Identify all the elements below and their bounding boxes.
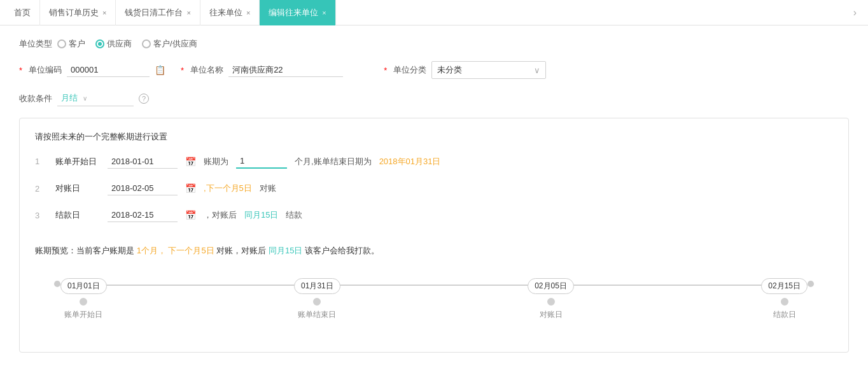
unit-name-label: 单位名称	[190, 64, 223, 76]
unit-type-radio-group: 客户 供应商 客户/供应商	[57, 38, 197, 50]
timeline-wrapper: 01月01日 账单开始日 01月31日 账单结束日 02月05日 对账	[35, 272, 833, 339]
radio-customer-supplier[interactable]: 客户/供应商	[142, 38, 197, 50]
tabs-bar: 首页 销售订单历史 × 钱货日清工作台 × 往来单位 × 编辑往来单位 × ›	[0, 0, 868, 25]
payment-value: 月结	[61, 92, 78, 104]
row-2-label: 对账日	[55, 183, 100, 194]
setting-row-2: 2 对账日 📅 ,下一个月5日 对账	[35, 181, 833, 195]
period-input[interactable]	[236, 154, 287, 169]
unit-code-required: *	[19, 66, 22, 75]
tab-cash-workbench[interactable]: 钱货日清工作台 ×	[116, 0, 200, 25]
unit-category-value: 未分类	[437, 64, 462, 76]
timeline-dot-1	[80, 298, 87, 306]
tab-edit-partner[interactable]: 编辑往来单位 ×	[260, 0, 335, 25]
unit-category-field: * 单位分类 未分类 ∨	[384, 61, 546, 79]
radio-customer-label: 客户	[69, 38, 85, 50]
row-2-num: 2	[35, 184, 48, 194]
row-3-payment-text: 结款	[286, 209, 302, 221]
tab-cash-workbench-label: 钱货日清工作台	[125, 7, 183, 18]
timeline-point-3: 02月05日 对账日	[528, 278, 574, 320]
timeline-label-3: 对账日	[540, 309, 563, 320]
row-3-after-text: ，对账后	[204, 209, 237, 221]
payment-select[interactable]: 月结 ∨	[57, 90, 134, 106]
setting-row-3: 3 结款日 📅 ，对账后 同月15日 结款	[35, 208, 833, 222]
unit-name-input[interactable]	[228, 63, 343, 77]
tab-home-label: 首页	[14, 7, 31, 18]
radio-customer-supplier-label: 客户/供应商	[153, 38, 197, 50]
page-content: 单位类型 客户 供应商 客户/供应商 * 单位编码	[0, 25, 868, 387]
payment-help-icon[interactable]: ?	[139, 94, 149, 104]
unit-name-field: * 单位名称	[181, 63, 343, 77]
start-date-input[interactable]	[108, 155, 178, 169]
radio-customer-supplier-circle	[142, 39, 151, 48]
payment-row: 收款条件 月结 ∨ ?	[19, 90, 849, 106]
tab-edit-partner-label: 编辑往来单位	[269, 7, 318, 18]
tab-sales-history[interactable]: 销售订单历史 ×	[40, 0, 116, 25]
radio-supplier-label: 供应商	[107, 38, 132, 50]
unit-category-required: *	[384, 66, 387, 75]
payment-label: 收款条件	[19, 93, 52, 104]
timeline-label-1: 账单开始日	[64, 309, 102, 320]
tab-edit-partner-close[interactable]: ×	[322, 9, 326, 17]
payment-field: 收款条件 月结 ∨ ?	[19, 90, 149, 106]
tab-sales-history-label: 销售订单历史	[49, 7, 99, 18]
row-3-same-month-highlight: 同月15日	[244, 209, 278, 221]
timeline-label-4: 结款日	[773, 309, 796, 320]
unit-category-select[interactable]: 未分类 ∨	[431, 61, 546, 79]
row-1-period-suffix: 个月,账单结束日期为	[295, 156, 372, 167]
preview-reconcile-highlight: 下一个月5日	[168, 246, 214, 255]
timeline-label-2: 账单结束日	[298, 309, 336, 320]
unit-type-row: 单位类型 客户 供应商 客户/供应商	[19, 38, 849, 50]
row-2-next-month-highlight: ,下一个月5日	[204, 183, 252, 194]
unit-category-label: 单位分类	[393, 64, 426, 76]
timeline-date-4: 02月15日	[761, 278, 808, 294]
row-2-reconcile-text: 对账	[260, 183, 276, 194]
unit-info-row: * 单位编码 📋 * 单位名称 * 单位分类 未分类 ∨	[19, 61, 849, 79]
row-3-num: 3	[35, 211, 48, 220]
preview-payment-highlight: 同月15日	[269, 246, 302, 255]
unit-code-input[interactable]	[67, 63, 150, 77]
timeline-dot-2	[313, 298, 321, 306]
timeline-dot-4	[781, 298, 788, 306]
preview-suffix: 该客户会给我打款。	[305, 246, 379, 255]
tab-partners-close[interactable]: ×	[246, 9, 250, 17]
unit-name-required: *	[181, 66, 184, 75]
radio-customer[interactable]: 客户	[57, 38, 85, 50]
preview-reconcile-text: 对账，对账后	[216, 246, 266, 255]
payment-date-input[interactable]	[108, 208, 178, 222]
radio-supplier[interactable]: 供应商	[95, 38, 132, 50]
unit-code-field: * 单位编码 📋	[19, 63, 165, 77]
settings-title: 请按照未来的一个完整帐期进行设置	[35, 131, 833, 143]
tab-home[interactable]: 首页	[5, 0, 40, 25]
timeline-dot-3	[547, 298, 555, 306]
start-date-calendar-icon[interactable]: 📅	[185, 157, 196, 167]
radio-supplier-circle	[95, 39, 104, 48]
reconcile-date-calendar-icon[interactable]: 📅	[185, 183, 196, 194]
settings-card: 请按照未来的一个完整帐期进行设置 1 账单开始日 📅 账期为 个月,账单结束日期…	[19, 118, 849, 353]
radio-customer-circle	[57, 39, 66, 48]
unit-type-label: 单位类型	[19, 38, 52, 50]
tab-sales-history-close[interactable]: ×	[102, 9, 106, 17]
preview-text: 账期预览：当前客户账期是 1个月， 下一个月5日 对账，对账后 同月15日 该客…	[35, 245, 833, 257]
row-1-label: 账单开始日	[55, 156, 100, 167]
timeline-date-3: 02月05日	[528, 278, 574, 294]
timeline-point-4: 02月15日 结款日	[761, 278, 808, 320]
tab-cash-workbench-close[interactable]: ×	[186, 9, 190, 17]
reconcile-date-input[interactable]	[108, 181, 178, 195]
row-1-num: 1	[35, 157, 48, 166]
tab-partners[interactable]: 往来单位 ×	[200, 0, 260, 25]
payment-date-calendar-icon[interactable]: 📅	[185, 210, 196, 220]
payment-arrow-icon: ∨	[83, 95, 87, 102]
preview-section: 账期预览：当前客户账期是 1个月， 下一个月5日 对账，对账后 同月15日 该客…	[35, 235, 833, 339]
tab-expand-icon[interactable]: ›	[847, 7, 863, 18]
timeline-date-2: 01月31日	[294, 278, 340, 294]
timeline-point-1: 01月01日 账单开始日	[60, 278, 107, 320]
row-1-end-date-highlight: 2018年01月31日	[379, 156, 441, 167]
timeline-points: 01月01日 账单开始日 01月31日 账单结束日 02月05日 对账	[35, 278, 833, 320]
unit-code-copy-icon[interactable]: 📋	[155, 65, 165, 75]
timeline-date-1: 01月01日	[60, 278, 107, 294]
unit-category-arrow-icon: ∨	[534, 66, 540, 75]
preview-period-highlight: 1个月，	[137, 246, 166, 255]
row-1-period-prefix: 账期为	[204, 156, 228, 167]
setting-row-1: 1 账单开始日 📅 账期为 个月,账单结束日期为 2018年01月31日	[35, 154, 833, 169]
timeline-point-2: 01月31日 账单结束日	[294, 278, 340, 320]
